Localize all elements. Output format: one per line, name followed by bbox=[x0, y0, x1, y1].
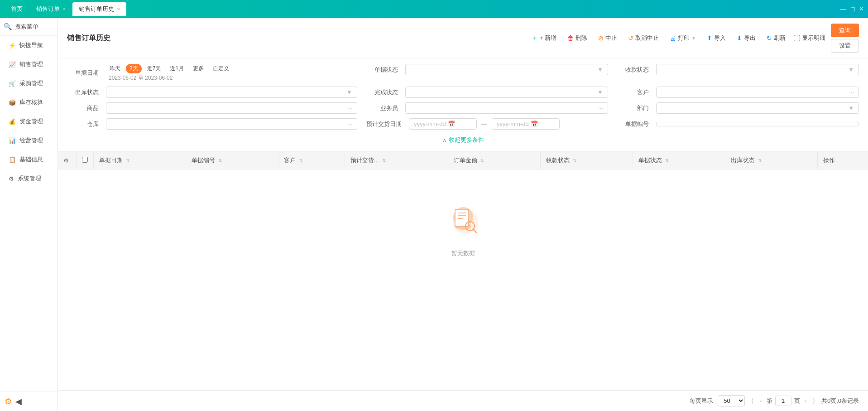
sidebar-item-purchase-label: 采购管理 bbox=[19, 79, 43, 87]
delivery-date-end-input[interactable]: yyyy-mm-dd 📅 bbox=[492, 118, 560, 130]
completion-status-label: 完成状态 bbox=[366, 88, 403, 97]
tab-sales-order-history-label: 销售订单历史 bbox=[79, 5, 114, 13]
customer-dots[interactable]: ··· bbox=[849, 89, 854, 96]
cancel-stop-button[interactable]: ↺ 取消中止 bbox=[625, 32, 662, 44]
th-checkbox[interactable] bbox=[76, 152, 93, 169]
th-receipt-status-label: 收款状态 bbox=[546, 157, 570, 164]
sidebar-item-sales[interactable]: 📈 销售管理 bbox=[0, 55, 58, 74]
sidebar-item-operation-label: 经营管理 bbox=[19, 136, 43, 145]
delivery-status-select[interactable]: ▼ bbox=[106, 87, 357, 98]
page-number-input[interactable]: 1 bbox=[775, 396, 791, 406]
export-button[interactable]: ⬇ 导出 bbox=[734, 32, 758, 44]
filter-row-1: 单据日期 昨天 3天 近7天 近1月 更多 自定义 2023-06-02 至 2… bbox=[67, 64, 859, 82]
department-select[interactable]: ▼ bbox=[656, 102, 859, 114]
print-dropdown-icon[interactable]: ▼ bbox=[691, 36, 696, 41]
delivery-date-start-input[interactable]: yyyy-mm-dd 📅 bbox=[409, 118, 477, 130]
tab-sales-order[interactable]: 销售订单 × bbox=[30, 2, 72, 16]
settings-gear-icon[interactable]: ⚙ bbox=[63, 157, 69, 164]
prev-page-button[interactable]: ‹ bbox=[758, 396, 763, 405]
minimize-button[interactable]: — bbox=[840, 5, 846, 13]
filter-row-3: 商品 ··· 业务员 ··· 部门 bbox=[67, 102, 859, 114]
date-tab-7days[interactable]: 近7天 bbox=[144, 64, 165, 73]
sidebar-item-base-info[interactable]: 📋 基础信息 bbox=[0, 150, 58, 169]
new-button[interactable]: ＋ + 新增 bbox=[529, 32, 559, 44]
date-filter-label: 单据日期 bbox=[67, 69, 103, 77]
sort-amount-icon: ⇅ bbox=[480, 158, 484, 163]
salesperson-dots[interactable]: ··· bbox=[598, 105, 603, 111]
last-page-button[interactable]: ⟩ bbox=[811, 396, 817, 405]
sidebar-search[interactable]: 🔍 搜索菜单 bbox=[0, 18, 58, 36]
tab-sales-order-close[interactable]: × bbox=[62, 6, 65, 12]
th-number[interactable]: 单据编号 ⇅ bbox=[186, 152, 278, 169]
th-delivery-status[interactable]: 出库状态 ⇅ bbox=[725, 152, 817, 169]
order-status-label: 单据状态 bbox=[366, 66, 403, 74]
sidebar-item-finance[interactable]: 💰 资金管理 bbox=[0, 112, 58, 131]
tab-sales-order-history[interactable]: 销售订单历史 × bbox=[72, 2, 126, 16]
sidebar-item-purchase[interactable]: 🛒 采购管理 bbox=[0, 74, 58, 93]
salesperson-input[interactable]: ··· bbox=[405, 102, 608, 114]
sidebar-item-system[interactable]: ⚙ 系统管理 bbox=[0, 169, 58, 188]
settings-icon-btn[interactable]: ⚙ bbox=[5, 396, 12, 406]
tab-home[interactable]: 首页 bbox=[5, 2, 29, 16]
show-detail-toggle[interactable]: 显示明细 bbox=[794, 34, 825, 42]
customer-input[interactable]: ··· bbox=[656, 87, 859, 98]
filter-area: 单据日期 昨天 3天 近7天 近1月 更多 自定义 2023-06-02 至 2… bbox=[58, 58, 868, 152]
th-delivery-status-label: 出库状态 bbox=[731, 157, 754, 164]
product-input[interactable]: ··· bbox=[106, 102, 357, 114]
page-header: 销售订单历史 ＋ + 新增 🗑 删除 ⊘ 中止 ↺ 取消中止 bbox=[58, 18, 868, 58]
sidebar-item-operation[interactable]: 📊 经营管理 bbox=[0, 131, 58, 150]
sort-customer-icon: ⇅ bbox=[299, 158, 302, 163]
product-dots[interactable]: ··· bbox=[347, 105, 352, 111]
sidebar-item-inventory[interactable]: 📦 库存核算 bbox=[0, 93, 58, 112]
delivery-date-start-value: yyyy-mm-dd bbox=[414, 121, 446, 127]
warehouse-input[interactable]: ··· bbox=[106, 118, 357, 130]
tab-sales-order-history-close[interactable]: × bbox=[117, 6, 120, 12]
th-amount[interactable]: 订单金额 ⇅ bbox=[448, 152, 540, 169]
toolbar: ＋ + 新增 🗑 删除 ⊘ 中止 ↺ 取消中止 🖨 打印 bbox=[529, 24, 859, 53]
delete-button[interactable]: 🗑 删除 bbox=[565, 32, 590, 44]
close-button[interactable]: × bbox=[859, 5, 863, 13]
th-order-status[interactable]: 单据状态 ⇅ bbox=[633, 152, 725, 169]
order-number-input[interactable] bbox=[656, 122, 859, 126]
page-title: 销售订单历史 bbox=[67, 34, 110, 43]
select-all-checkbox[interactable] bbox=[82, 157, 88, 163]
refresh-label: 刷新 bbox=[774, 34, 786, 42]
show-detail-checkbox[interactable] bbox=[794, 35, 800, 41]
warehouse-dots[interactable]: ··· bbox=[347, 121, 352, 127]
new-label: + 新增 bbox=[540, 34, 556, 42]
receipt-status-select[interactable]: ▼ bbox=[656, 64, 859, 75]
th-date[interactable]: 单据日期 ⇅ bbox=[93, 152, 186, 169]
department-arrow: ▼ bbox=[848, 105, 854, 111]
completion-status-select[interactable]: ▼ bbox=[405, 87, 608, 98]
quick-nav-icon: ⚡ bbox=[9, 42, 16, 49]
order-status-select[interactable]: ▼ bbox=[405, 64, 608, 75]
date-tab-3days[interactable]: 3天 bbox=[126, 64, 142, 73]
th-customer[interactable]: 客户 ⇅ bbox=[278, 152, 345, 169]
date-tab-yesterday[interactable]: 昨天 bbox=[106, 64, 124, 73]
query-button[interactable]: 查询 bbox=[831, 24, 859, 37]
settings-button[interactable]: 设置 bbox=[831, 39, 859, 53]
th-delivery-date[interactable]: 预计交货... ⇅ bbox=[345, 152, 448, 169]
finance-icon: 💰 bbox=[9, 118, 16, 125]
stop-button[interactable]: ⊘ 中止 bbox=[595, 32, 620, 44]
date-tab-more[interactable]: 更多 bbox=[189, 64, 207, 73]
customer-label: 客户 bbox=[617, 88, 653, 97]
order-number-label: 单据编号 bbox=[617, 120, 653, 128]
new-icon: ＋ bbox=[532, 34, 538, 42]
delete-label: 删除 bbox=[575, 34, 587, 42]
sort-date-icon: ⇅ bbox=[126, 158, 129, 163]
date-tab-1month[interactable]: 近1月 bbox=[166, 64, 187, 73]
collapse-sidebar-btn[interactable]: ◀ bbox=[15, 396, 22, 406]
page-size-select[interactable]: 10 20 50 100 bbox=[718, 395, 745, 406]
maximize-button[interactable]: □ bbox=[851, 5, 854, 13]
print-button[interactable]: 🖨 打印 ▼ bbox=[667, 32, 699, 44]
sidebar-item-quick-nav[interactable]: ⚡ 快捷导航 bbox=[0, 36, 58, 55]
th-receipt-status[interactable]: 收款状态 ⇅ bbox=[540, 152, 633, 169]
collapse-more-btn[interactable]: ∧ 收起更多条件 bbox=[67, 134, 859, 146]
th-settings[interactable]: ⚙ bbox=[58, 152, 76, 169]
refresh-button[interactable]: ↻ 刷新 bbox=[764, 32, 788, 44]
next-page-button[interactable]: › bbox=[803, 396, 808, 405]
import-button[interactable]: ⬆ 导入 bbox=[704, 32, 729, 44]
date-tab-custom[interactable]: 自定义 bbox=[209, 64, 233, 73]
first-page-button[interactable]: ⟨ bbox=[749, 396, 755, 405]
